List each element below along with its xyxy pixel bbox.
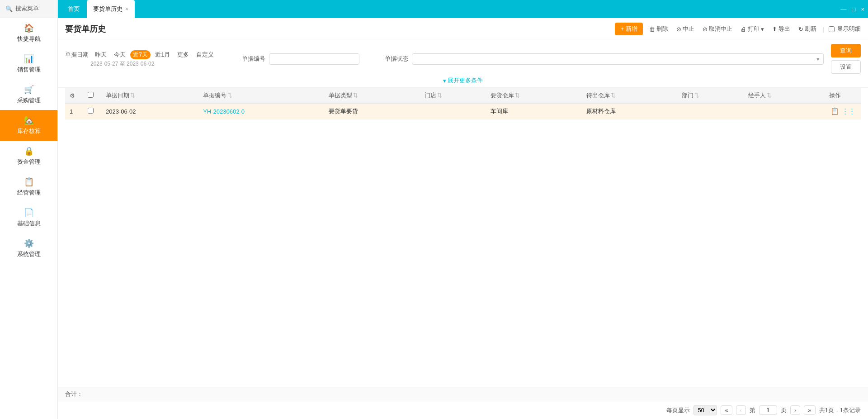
sidebar-item-operation[interactable]: 📋 经营管理 <box>0 171 57 202</box>
next-page-button[interactable]: › <box>790 405 800 415</box>
sort-req-warehouse-icon[interactable]: ⇅ <box>515 92 520 99</box>
table-footer: 合计： <box>58 387 868 401</box>
sort-store-icon[interactable]: ⇅ <box>437 92 442 99</box>
refresh-icon: ↻ <box>798 26 803 33</box>
row-index: 1 <box>65 104 83 119</box>
col-settings[interactable]: ⚙ <box>65 88 83 104</box>
status-select[interactable]: ▾ <box>412 53 824 65</box>
minimize-button[interactable]: — <box>841 6 847 13</box>
select-all-checkbox[interactable] <box>88 92 94 98</box>
expand-more-button[interactable]: ▾ 展开更多条件 <box>443 76 483 85</box>
date-btn-1month[interactable]: 近1月 <box>152 50 173 59</box>
first-page-button[interactable]: « <box>721 405 732 415</box>
col-department: 部门⇅ <box>677 88 744 104</box>
tab-active[interactable]: 要货单历史 × <box>87 0 135 18</box>
sidebar-item-label: 资金管理 <box>17 158 41 166</box>
per-page-select[interactable]: 50 100 200 <box>693 405 717 415</box>
date-btn-7days[interactable]: 近7天 <box>130 50 151 59</box>
sort-bill-type-icon[interactable]: ⇅ <box>353 92 358 99</box>
filter-area: 单据日期 昨天 今天 近7天 近1月 更多 自定义 2023-05-27 至 2… <box>58 39 868 88</box>
page-header: 要货单历史 + 新增 🗑 删除 ⊘ 中止 ⊘ 取消中止 🖨 打印 <box>58 18 868 39</box>
maximize-button[interactable]: □ <box>852 6 856 13</box>
page-suffix-label: 页 <box>781 406 787 414</box>
bill-no-input[interactable] <box>269 53 359 65</box>
sidebar-item-label: 系统管理 <box>17 250 41 258</box>
sort-pending-warehouse-icon[interactable]: ⇅ <box>611 92 616 99</box>
cancel-stop-button[interactable]: ⊘ 取消中止 <box>701 24 734 34</box>
sort-department-icon[interactable]: ⇅ <box>694 92 699 99</box>
inventory-icon: 🏡 <box>24 115 34 125</box>
close-window-button[interactable]: × <box>861 6 864 13</box>
sidebar-item-system[interactable]: ⚙️ 系统管理 <box>0 233 57 264</box>
row-select-checkbox[interactable] <box>88 108 94 114</box>
table-body: 1 2023-06-02 YH-20230602-0 要货单要货 车间库 原材料… <box>65 104 861 119</box>
data-table: ⚙ 单据日期⇅ 单据编号⇅ 单据类型⇅ <box>65 88 861 119</box>
sales-icon: 📊 <box>24 54 34 64</box>
system-icon: ⚙️ <box>24 238 34 248</box>
row-actions: 📋 ⋮⋮ <box>825 104 861 119</box>
sidebar-item-purchase[interactable]: 🛒 采购管理 <box>0 79 57 110</box>
col-bill-type: 单据类型⇅ <box>324 88 420 104</box>
sidebar-item-label: 采购管理 <box>17 96 41 105</box>
table-row: 1 2023-06-02 YH-20230602-0 要货单要货 车间库 原材料… <box>65 104 861 119</box>
basic-icon: 📄 <box>24 208 34 218</box>
cancel-stop-icon: ⊘ <box>703 26 708 33</box>
date-btn-more[interactable]: 更多 <box>175 50 192 59</box>
expand-icon: ▾ <box>443 77 446 84</box>
close-tab-icon[interactable]: × <box>125 6 128 12</box>
sidebar-item-sales[interactable]: 📊 销售管理 <box>0 48 57 79</box>
date-range-display: 2023-05-27 至 2023-06-02 <box>90 60 154 68</box>
edit-action-icon[interactable]: ⋮⋮ <box>842 107 855 115</box>
export-icon: ⬆ <box>772 26 777 33</box>
bill-no-filter-label: 单据编号 <box>242 55 265 63</box>
date-btn-custom[interactable]: 自定义 <box>193 50 217 59</box>
settings-button[interactable]: 设置 <box>831 60 861 74</box>
sidebar-item-label: 基础信息 <box>17 219 41 228</box>
col-store: 门店⇅ <box>420 88 486 104</box>
delete-label: 删除 <box>656 25 668 33</box>
bill-no-link[interactable]: YH-20230602-0 <box>203 108 245 115</box>
sidebar-item-quick-nav[interactable]: 🏠 快捷导航 <box>0 18 57 48</box>
export-label: 导出 <box>778 25 790 33</box>
date-btn-yesterday[interactable]: 昨天 <box>92 50 109 59</box>
print-button[interactable]: 🖨 打印 ▾ <box>739 24 766 34</box>
col-checkbox <box>83 88 101 104</box>
sort-handler-icon[interactable]: ⇅ <box>767 92 772 99</box>
page-area: 要货单历史 + 新增 🗑 删除 ⊘ 中止 ⊘ 取消中止 🖨 打印 <box>58 18 868 419</box>
stop-button[interactable]: ⊘ 中止 <box>675 24 696 34</box>
sort-date-icon[interactable]: ⇅ <box>130 92 135 99</box>
sidebar-item-finance[interactable]: 🔒 资金管理 <box>0 141 57 171</box>
export-button[interactable]: ⬆ 导出 <box>770 24 792 34</box>
date-btn-today[interactable]: 今天 <box>111 50 128 59</box>
tab-active-label: 要货单历史 <box>93 5 123 13</box>
col-action: 操作 <box>825 88 861 104</box>
display-detail-button[interactable]: 显示明细 <box>829 25 861 33</box>
query-settings-buttons: 查询 设置 <box>831 44 861 74</box>
sidebar-item-basic[interactable]: 📄 基础信息 <box>0 202 57 233</box>
new-button[interactable]: + 新增 <box>615 23 642 35</box>
display-detail-checkbox[interactable] <box>829 26 835 32</box>
stop-label: 中止 <box>683 25 694 33</box>
main-content: 首页 要货单历史 × — □ × 要货单历史 + 新增 🗑 删除 ⊘ 中 <box>58 0 868 419</box>
current-page-input[interactable] <box>759 405 777 415</box>
prev-page-button[interactable]: ‹ <box>736 405 746 415</box>
purchase-icon: 🛒 <box>24 85 34 95</box>
sidebar-item-search-menu[interactable]: 🔍 搜索菜单 <box>0 0 57 18</box>
filter-row-1: 单据日期 昨天 今天 近7天 近1月 更多 自定义 2023-05-27 至 2… <box>65 44 861 74</box>
last-page-button[interactable]: » <box>804 405 815 415</box>
row-handler <box>744 104 825 119</box>
refresh-button[interactable]: ↻ 刷新 <box>797 24 818 34</box>
sidebar-item-inventory[interactable]: 🏡 库存核算 <box>0 110 57 141</box>
total-label: 合计： <box>65 390 83 398</box>
sidebar-item-label: 销售管理 <box>17 66 41 74</box>
sidebar-item-label: 经营管理 <box>17 189 41 197</box>
finance-icon: 🔒 <box>24 146 34 156</box>
tab-home[interactable]: 首页 <box>61 0 86 18</box>
sort-bill-no-icon[interactable]: ⇅ <box>227 92 232 99</box>
delete-button[interactable]: 🗑 删除 <box>647 24 670 34</box>
divider: | <box>823 26 824 33</box>
pagination: 每页显示 50 100 200 « ‹ 第 页 › » 共1页，1条记录 <box>58 401 868 419</box>
view-action-icon[interactable]: 📋 <box>830 107 839 115</box>
row-checkbox <box>83 104 101 119</box>
query-button[interactable]: 查询 <box>831 44 861 57</box>
